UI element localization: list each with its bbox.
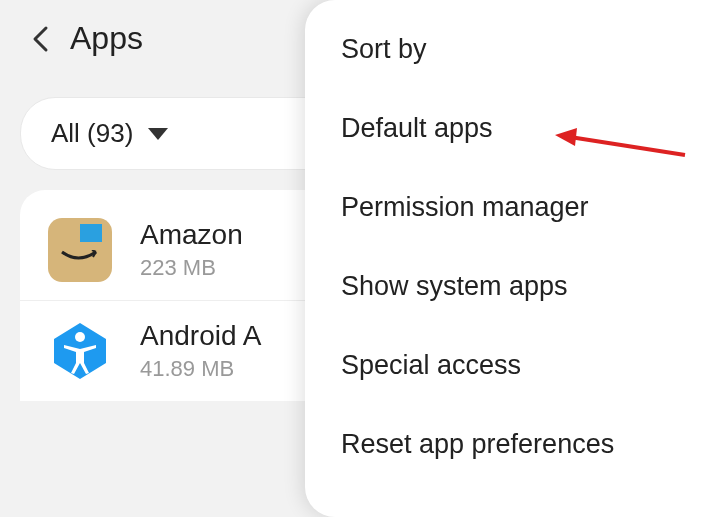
chevron-down-icon — [148, 128, 168, 140]
app-info: Android A 41.89 MB — [140, 320, 261, 382]
page-title: Apps — [70, 20, 143, 57]
app-info: Amazon 223 MB — [140, 219, 243, 281]
amazon-icon — [48, 218, 112, 282]
app-name: Amazon — [140, 219, 243, 251]
menu-item-special-access[interactable]: Special access — [305, 326, 720, 405]
filter-label: All (93) — [51, 118, 133, 149]
app-size: 223 MB — [140, 255, 243, 281]
menu-item-default-apps[interactable]: Default apps — [305, 89, 720, 168]
menu-item-show-system-apps[interactable]: Show system apps — [305, 247, 720, 326]
menu-item-sort-by[interactable]: Sort by — [305, 10, 720, 89]
overflow-menu: Sort by Default apps Permission manager … — [305, 0, 720, 517]
back-icon[interactable] — [30, 29, 50, 49]
app-name: Android A — [140, 320, 261, 352]
accessibility-icon — [48, 319, 112, 383]
app-size: 41.89 MB — [140, 356, 261, 382]
svg-point-1 — [75, 332, 85, 342]
menu-item-permission-manager[interactable]: Permission manager — [305, 168, 720, 247]
menu-item-reset-app-preferences[interactable]: Reset app preferences — [305, 405, 720, 484]
